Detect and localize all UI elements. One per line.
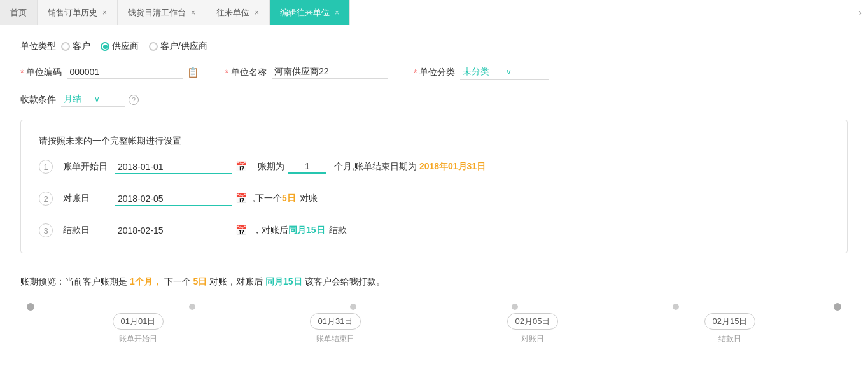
- tab-cash-workbench-close[interactable]: ×: [191, 8, 195, 17]
- timeline-node-dot-4: [673, 304, 679, 310]
- preview-reconcile-prefix: 下一个: [164, 276, 191, 286]
- unit-name-group: * 单位名称: [225, 66, 388, 79]
- tab-edit-partner-label: 编辑往来单位: [280, 7, 330, 18]
- unit-info-row: * 单位编码 📋 * 单位名称 * 单位分类 未分类 ∨: [20, 65, 848, 80]
- radio-customer[interactable]: 客户: [61, 41, 90, 52]
- unit-type-group: 单位类型 客户 供应商 客户/供应商: [20, 41, 207, 52]
- timeline-label-1: 账单开始日: [119, 334, 157, 344]
- timeline-badge-3: 02月05日: [507, 313, 559, 330]
- step-1-cal[interactable]: 📅: [235, 161, 248, 172]
- timeline-right-dot: [834, 303, 841, 311]
- unit-category-value: 未分类: [463, 66, 503, 78]
- timeline-label-4: 结款日: [718, 334, 741, 344]
- step-1-num: 1: [39, 160, 53, 174]
- timeline-line-seg4: [518, 307, 673, 307]
- step-1-row: 1 账单开始日 📅 账期为 个月,账单结束日期为 2018年01月31日: [39, 160, 829, 174]
- timeline-node-4: 02月15日 结款日: [704, 313, 756, 344]
- unit-type-label: 单位类型: [20, 41, 56, 52]
- settings-section: 请按照未来的一个完整帐期进行设置 1 账单开始日 📅 账期为 个月,账单结束日期…: [20, 120, 848, 253]
- tab-edit-partner-close[interactable]: ×: [335, 8, 339, 17]
- step-1-period-end: 2018年01月31日: [419, 161, 486, 172]
- timeline-node-dot-3: [512, 304, 518, 310]
- timeline-badge-4: 02月15日: [704, 313, 756, 330]
- step-3-label: 结款日: [63, 225, 108, 236]
- preview-period: 1个月，: [130, 276, 162, 286]
- unit-code-star: *: [20, 67, 24, 78]
- tab-sales-history-close[interactable]: ×: [102, 8, 107, 17]
- step-2-cal[interactable]: 📅: [235, 193, 248, 204]
- timeline-label-3: 对账日: [521, 334, 544, 344]
- unit-code-icon[interactable]: 📋: [187, 67, 199, 78]
- unit-category-group: * 单位分类 未分类 ∨: [414, 65, 549, 80]
- radio-customer-circle: [61, 42, 70, 51]
- step-2-label: 对账日: [63, 193, 108, 204]
- unit-category-arrow: ∨: [506, 67, 547, 76]
- radio-customer-supplier-label: 客户/供应商: [160, 41, 207, 52]
- step-1-date[interactable]: [115, 160, 232, 174]
- unit-name-input[interactable]: [272, 66, 388, 79]
- step-3-desc-prefix: ，对账后: [253, 225, 288, 236]
- radio-customer-supplier[interactable]: 客户/供应商: [149, 41, 207, 52]
- unit-category-select[interactable]: 未分类 ∨: [460, 65, 549, 80]
- tab-edit-partner[interactable]: 编辑往来单位 ×: [270, 0, 350, 25]
- step-3-desc-suffix: 结款: [329, 225, 347, 236]
- preview-reconcile-highlight: 5日: [193, 276, 207, 286]
- radio-customer-label: 客户: [73, 41, 90, 52]
- unit-category-star: *: [414, 67, 417, 78]
- step-2-num: 2: [39, 192, 53, 206]
- step-3-row: 3 结款日 📅 ，对账后 同月15日 结款: [39, 223, 829, 237]
- step-3-cal[interactable]: 📅: [235, 225, 248, 236]
- unit-code-label: 单位编码: [26, 67, 62, 78]
- section-title: 请按照未来的一个完整帐期进行设置: [39, 136, 829, 147]
- step-1-period-suffix: 个月,账单结束日期为: [334, 161, 417, 172]
- step-3-num: 3: [39, 223, 53, 237]
- step-1-label: 账单开始日: [63, 161, 108, 172]
- timeline-node-1: 01月01日 账单开始日: [113, 313, 164, 344]
- timeline-node-2: 01月31日 账单结束日: [310, 313, 361, 344]
- unit-code-group: * 单位编码 📋: [20, 66, 199, 79]
- step-3-desc-highlight: 同月15日: [288, 225, 325, 236]
- preview-row: 账期预览：当前客户账期是 1个月， 下一个 5日 对账，对账后 同月15日 该客…: [20, 266, 848, 288]
- preview-label: 账期预览：当前客户账期是: [20, 276, 127, 286]
- step-2-desc-highlight: 5日: [282, 193, 296, 204]
- timeline-badge-1: 01月01日: [113, 313, 164, 330]
- tab-home[interactable]: 首页: [0, 0, 38, 25]
- radio-supplier-circle: [101, 42, 109, 51]
- unit-name-label: 单位名称: [231, 67, 267, 78]
- payment-condition-value: 月结: [64, 94, 92, 105]
- step-1-period-prefix: 账期为: [258, 161, 284, 172]
- unit-code-input[interactable]: [67, 66, 183, 79]
- radio-group: 客户 供应商 客户/供应商: [61, 41, 207, 52]
- step-2-row: 2 对账日 📅 ,下一个 5日 对账: [39, 192, 829, 206]
- payment-help-icon[interactable]: ?: [129, 95, 139, 105]
- radio-supplier-label: 供应商: [112, 41, 139, 52]
- payment-condition-label: 收款条件: [20, 94, 56, 106]
- timeline-node-dot-1: [189, 304, 195, 310]
- unit-name-star: *: [225, 67, 228, 78]
- step-2-date[interactable]: [115, 192, 232, 206]
- tab-partner[interactable]: 往来单位 ×: [206, 0, 270, 25]
- tabs-chevron[interactable]: ›: [852, 7, 868, 18]
- timeline-label-2: 账单结束日: [316, 334, 354, 344]
- timeline-line-seg3: [356, 307, 511, 307]
- timeline-badge-2: 01月31日: [310, 313, 361, 330]
- timeline-line-seg1: [34, 307, 189, 307]
- unit-category-label: 单位分类: [419, 67, 455, 78]
- timeline-left-dot: [27, 303, 34, 311]
- tab-sales-history-label: 销售订单历史: [48, 7, 97, 18]
- tab-partner-close[interactable]: ×: [255, 8, 259, 17]
- step-2-desc-prefix: ,下一个: [253, 193, 282, 204]
- preview-payment-highlight: 同月15日: [265, 276, 302, 286]
- tab-sales-history[interactable]: 销售订单历史 ×: [38, 0, 118, 25]
- radio-supplier[interactable]: 供应商: [101, 41, 139, 52]
- step-1-period-input[interactable]: [288, 160, 326, 174]
- step-3-date[interactable]: [115, 224, 232, 237]
- tab-home-label: 首页: [10, 7, 27, 18]
- payment-condition-select[interactable]: 月结 ∨: [61, 92, 125, 107]
- timeline-node-3: 02月05日 对账日: [507, 313, 559, 344]
- preview-payment-suffix: 该客户会给我打款。: [305, 276, 385, 286]
- payment-condition-arrow: ∨: [94, 95, 122, 104]
- payment-condition-group: 收款条件 月结 ∨ ?: [20, 92, 139, 107]
- tab-cash-workbench[interactable]: 钱货日清工作台 ×: [118, 0, 206, 25]
- timeline-container: 01月01日 账单开始日 01月31日 账单结束日 02月05日 对账日 02月…: [20, 303, 848, 344]
